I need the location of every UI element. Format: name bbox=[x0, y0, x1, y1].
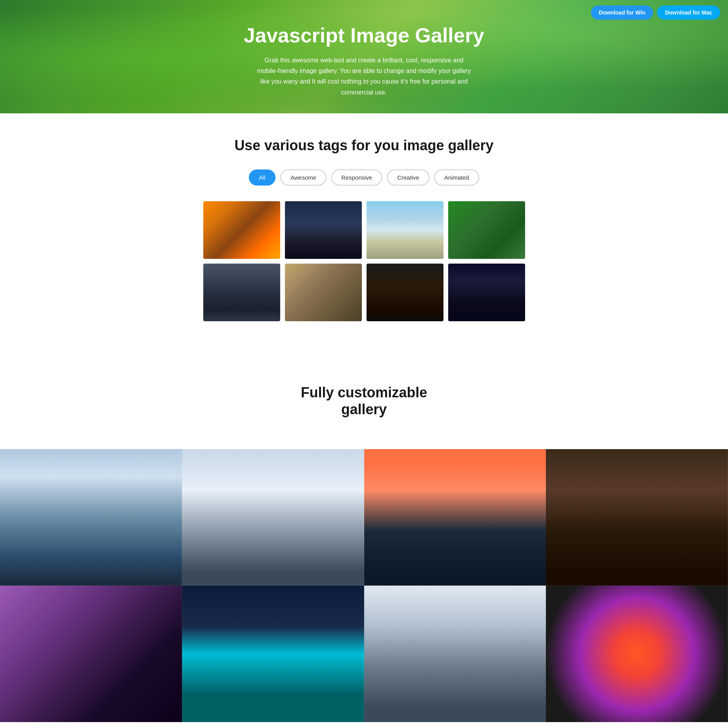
download-win-button[interactable]: Download for Win bbox=[591, 5, 653, 20]
download-mac-button[interactable]: Download for Mac bbox=[657, 5, 720, 20]
bottom-image-6[interactable] bbox=[182, 586, 364, 722]
page-title: Javascript Image Gallery bbox=[244, 24, 484, 47]
filter-all-button[interactable]: All bbox=[249, 169, 276, 186]
filter-awesome-button[interactable]: Awesome bbox=[280, 169, 327, 186]
customizable-section-title: Fully customizablegallery bbox=[8, 384, 720, 418]
bottom-image-4[interactable] bbox=[546, 449, 728, 586]
gallery-image-7[interactable] bbox=[367, 264, 443, 321]
gallery-image-8[interactable] bbox=[448, 264, 525, 321]
filter-buttons-group: All Awesome Responsive Creative Animated bbox=[8, 169, 720, 186]
bottom-image-3[interactable] bbox=[364, 449, 546, 586]
filter-responsive-button[interactable]: Responsive bbox=[331, 169, 382, 186]
bottom-image-7[interactable] bbox=[364, 586, 546, 722]
header-description: Grab this awesome web-tool and create a … bbox=[256, 55, 472, 98]
gallery-image-1[interactable] bbox=[203, 201, 280, 259]
header-buttons: Download for Win Download for Mac bbox=[591, 5, 720, 20]
gallery-image-6[interactable] bbox=[285, 264, 362, 321]
bottom-image-2[interactable] bbox=[182, 449, 364, 586]
bottom-image-1[interactable] bbox=[0, 449, 182, 586]
image-grid bbox=[195, 201, 533, 321]
bottom-gallery bbox=[0, 449, 728, 722]
bottom-image-5[interactable] bbox=[0, 586, 182, 722]
filter-animated-button[interactable]: Animated bbox=[434, 169, 479, 186]
bottom-image-8[interactable] bbox=[546, 586, 728, 722]
page-header: Download for Win Download for Mac Javasc… bbox=[0, 0, 728, 113]
filter-creative-button[interactable]: Creative bbox=[387, 169, 429, 186]
gallery-image-5[interactable] bbox=[203, 264, 280, 321]
customizable-section: Fully customizablegallery bbox=[0, 360, 728, 449]
gallery-image-2[interactable] bbox=[285, 201, 362, 259]
tags-section-title: Use various tags for you image gallery bbox=[8, 137, 720, 154]
gallery-image-3[interactable] bbox=[367, 201, 443, 259]
gallery-image-4[interactable] bbox=[448, 201, 525, 259]
tags-section: Use various tags for you image gallery A… bbox=[0, 113, 728, 360]
